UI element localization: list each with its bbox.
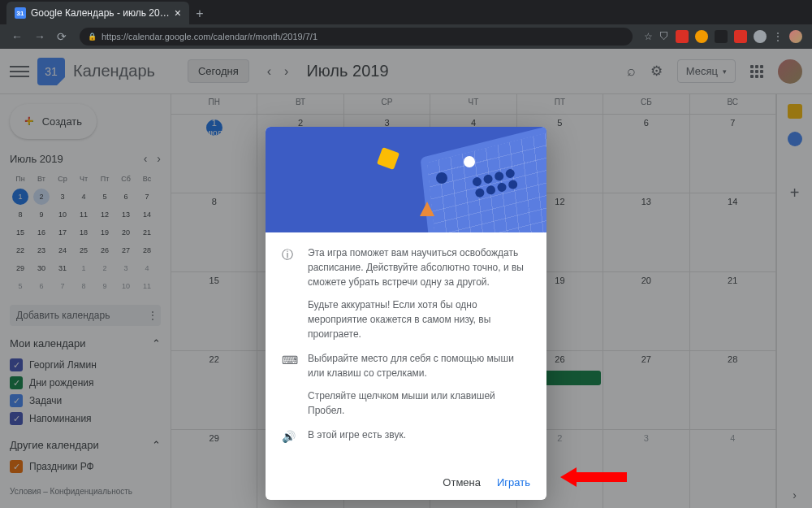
ext-icon[interactable]: [754, 30, 767, 43]
dialog-text: Выбирайте место для себя с помощью мыши …: [308, 351, 530, 380]
dialog-text: Стреляйте щелчком мыши или клавишей Проб…: [308, 389, 530, 418]
shield-icon[interactable]: ⛉: [659, 31, 669, 42]
url-bar[interactable]: 🔒 https://calendar.google.com/calendar/r…: [80, 28, 633, 46]
info-icon: ⓘ: [282, 245, 296, 341]
dialog-hero: [266, 127, 546, 232]
dialog-text: Будьте аккуратны! Если хотя бы одно меро…: [308, 297, 530, 341]
game-dialog: ⓘ Эта игра поможет вам научиться освобож…: [266, 127, 546, 500]
menu-icon[interactable]: ⋮: [773, 31, 783, 42]
ext-icon[interactable]: [715, 30, 728, 43]
cancel-button[interactable]: Отмена: [443, 476, 481, 488]
play-button[interactable]: Играть: [497, 476, 530, 488]
browser-chrome: 31 Google Календарь - июль 20… × + ← → ⟳…: [0, 0, 812, 49]
annotation-arrow: [560, 467, 627, 487]
dialog-text: Эта игра поможет вам научиться освобожда…: [308, 245, 530, 289]
ext-icon[interactable]: [734, 30, 747, 43]
keyboard-icon: ⌨: [282, 351, 296, 418]
sound-icon: 🔊: [282, 428, 296, 445]
new-tab-button[interactable]: +: [189, 3, 210, 24]
tab-title: Google Календарь - июль 20…: [31, 7, 170, 19]
ext-icon[interactable]: [676, 30, 689, 43]
profile-icon[interactable]: [789, 30, 802, 43]
ext-icon[interactable]: [695, 30, 708, 43]
reload-icon[interactable]: ⟳: [57, 30, 67, 43]
extension-icons: ☆ ⛉ ⋮: [641, 30, 806, 43]
dialog-text: В этой игре есть звук.: [308, 428, 406, 445]
forward-icon[interactable]: →: [34, 30, 45, 43]
modal-overlay: ⓘ Эта игра поможет вам научиться освобож…: [0, 49, 812, 508]
star-icon[interactable]: ☆: [644, 31, 653, 42]
tab-favicon: 31: [15, 7, 26, 19]
lock-icon: 🔒: [88, 33, 97, 41]
close-icon[interactable]: ×: [175, 7, 181, 20]
back-icon[interactable]: ←: [11, 30, 23, 43]
browser-tab[interactable]: 31 Google Календарь - июль 20… ×: [6, 2, 189, 24]
url-text: https://calendar.google.com/calendar/r/m…: [102, 32, 317, 41]
